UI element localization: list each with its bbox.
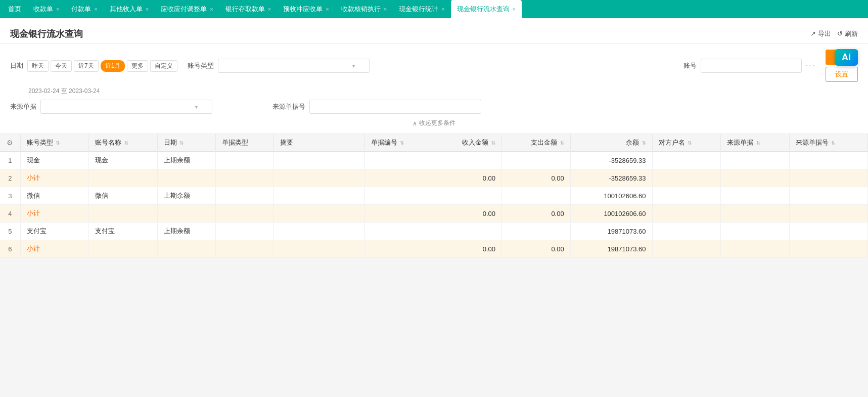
page-header: 现金银行流水查询 ↗ 导出 ↺ 刷新 — [0, 18, 868, 43]
nav-tab-label-7: 现金银行统计 — [399, 5, 438, 14]
cell-doc-type-0 — [215, 152, 273, 169]
nav-tab-label-0: 收款单 — [33, 5, 53, 14]
col-summary[interactable]: 摘要 — [274, 134, 365, 152]
page-title: 现金银行流水查询 — [10, 28, 83, 40]
col-expense-label: 支出金额 — [531, 139, 557, 146]
col-account-type[interactable]: 账号类型 ⇅ — [20, 134, 89, 152]
col-source-doc-no[interactable]: 来源单据号 ⇅ — [789, 134, 867, 152]
nav-tab-label-5: 预收冲应收单 — [283, 5, 323, 14]
nav-tab-close-1[interactable]: × — [94, 6, 97, 12]
cell-source-doc-2 — [721, 187, 790, 205]
nav-tab-close-6[interactable]: × — [384, 6, 387, 12]
table-container: ⚙ 账号类型 ⇅ 账号名称 ⇅ 日期 ⇅ 单据类型 摘要 — [0, 134, 868, 258]
col-doc-no-label: 单据编号 — [371, 139, 397, 146]
nav-home[interactable]: 首页 — [2, 0, 27, 18]
filter-row-1: 日期 昨天 今天 近7天 近1月 更多 自定义 账号类型 ▾ 账号 ··· — [10, 50, 858, 82]
col-counterpart[interactable]: 对方户名 ⇅ — [652, 134, 721, 152]
nav-tab-close-7[interactable]: × — [441, 6, 444, 12]
source-doc-no-input[interactable] — [309, 100, 481, 114]
source-doc-select[interactable]: ▾ — [40, 100, 212, 114]
account-input[interactable] — [701, 59, 802, 73]
nav-tab-label-3: 应收应付调整单 — [161, 5, 207, 14]
table-row: 3 微信 微信 上期余额 100102606.60 — [0, 187, 868, 205]
date-range-display: 2023-02-24 至 2023-03-24 — [28, 87, 858, 96]
date-range-text: 2023-02-24 至 2023-03-24 — [28, 87, 100, 95]
sort-balance-icon: ⇅ — [642, 140, 646, 146]
col-account-name[interactable]: 账号名称 ⇅ — [89, 134, 158, 152]
cell-index-0: 1 — [0, 152, 20, 169]
cell-summary-0 — [274, 152, 365, 169]
cell-balance-0: -3528659.33 — [570, 152, 652, 169]
nav-tab-label-4: 银行存取款单 — [225, 5, 265, 14]
refresh-button[interactable]: ↺ 刷新 — [837, 29, 858, 38]
cell-doc-no-2 — [364, 187, 433, 205]
source-doc-no-label: 来源单据号 — [272, 102, 305, 111]
table-body: 1 现金 现金 上期余额 -3528659.33 2 小计 0.00 0.00 … — [0, 152, 868, 258]
date-btn-yesterday[interactable]: 昨天 — [27, 60, 49, 72]
account-type-chevron: ▾ — [352, 63, 355, 69]
date-label: 日期 — [10, 61, 23, 70]
nav-tab-1[interactable]: 付款单 × — [65, 0, 103, 18]
cell-doc-no-3 — [364, 205, 433, 223]
nav-tab-close-4[interactable]: × — [268, 6, 271, 12]
cell-index-4: 5 — [0, 223, 20, 240]
nav-tab-close-3[interactable]: × — [210, 6, 213, 12]
table-row: 2 小计 0.00 0.00 -3528659.33 — [0, 169, 868, 187]
cell-date-2: 上期余额 — [157, 187, 215, 205]
col-date[interactable]: 日期 ⇅ — [157, 134, 215, 152]
cell-date-0: 上期余额 — [157, 152, 215, 169]
nav-tab-close-8[interactable]: × — [513, 6, 516, 12]
cell-source-doc-4 — [721, 223, 790, 240]
col-expense[interactable]: 支出金额 ⇅ — [502, 134, 571, 152]
nav-tab-0[interactable]: 收款单 × — [27, 0, 65, 18]
cell-source-doc-no-3 — [789, 205, 867, 223]
col-doc-type[interactable]: 单据类型 — [215, 134, 273, 152]
account-type-filter: 账号类型 ▾ — [188, 59, 673, 73]
collapse-up-icon: ∧ — [413, 120, 417, 127]
nav-tab-3[interactable]: 应收应付调整单 × — [155, 0, 219, 18]
date-btn-more[interactable]: 更多 — [127, 60, 148, 72]
account-dots-button[interactable]: ··· — [806, 61, 815, 70]
table-header-row: ⚙ 账号类型 ⇅ 账号名称 ⇅ 日期 ⇅ 单据类型 摘要 — [0, 134, 868, 152]
cell-source-doc-no-2 — [789, 187, 867, 205]
nav-tab-6[interactable]: 收款核销执行 × — [335, 0, 393, 18]
nav-tab-5[interactable]: 预收冲应收单 × — [277, 0, 335, 18]
col-account-type-label: 账号类型 — [27, 139, 53, 146]
cell-expense-3: 0.00 — [502, 205, 571, 223]
col-income[interactable]: 收入金额 ⇅ — [433, 134, 502, 152]
col-doc-no[interactable]: 单据编号 ⇅ — [364, 134, 433, 152]
nav-tab-label-6: 收款核销执行 — [341, 5, 381, 14]
ai-badge[interactable]: Ai — [835, 49, 858, 66]
data-table: ⚙ 账号类型 ⇅ 账号名称 ⇅ 日期 ⇅ 单据类型 摘要 — [0, 134, 868, 258]
collapse-bar[interactable]: ∧ 收起更多条件 — [10, 119, 858, 127]
nav-tab-close-5[interactable]: × — [326, 6, 329, 12]
nav-tab-7[interactable]: 现金银行统计 × — [393, 0, 450, 18]
cell-doc-type-2 — [215, 187, 273, 205]
nav-tab-close-0[interactable]: × — [56, 6, 59, 12]
cell-income-3: 0.00 — [433, 205, 502, 223]
col-balance[interactable]: 余额 ⇅ — [570, 134, 652, 152]
nav-home-label: 首页 — [8, 5, 21, 14]
account-type-select[interactable]: ▾ — [218, 59, 370, 73]
date-btn-7days[interactable]: 近7天 — [74, 60, 99, 72]
nav-tab-close-2[interactable]: × — [146, 6, 149, 12]
nav-tab-2[interactable]: 其他收入单 × — [104, 0, 155, 18]
cell-expense-2 — [502, 187, 571, 205]
export-button[interactable]: ↗ 导出 — [810, 29, 831, 38]
col-gear[interactable]: ⚙ — [0, 134, 20, 152]
date-btn-today[interactable]: 今天 — [51, 60, 72, 72]
date-btn-1month[interactable]: 近1月 — [101, 60, 125, 72]
cell-account-name-2: 微信 — [89, 187, 158, 205]
cell-balance-5: 19871073.60 — [570, 240, 652, 258]
nav-tab-label-1: 付款单 — [71, 5, 91, 14]
cell-summary-1 — [274, 169, 365, 187]
nav-tab-8[interactable]: 现金银行流水查询 × — [451, 0, 522, 18]
date-btn-custom[interactable]: 自定义 — [150, 60, 177, 72]
col-source-doc[interactable]: 来源单据 ⇅ — [721, 134, 790, 152]
settings-button[interactable]: 设置 — [826, 67, 858, 82]
cell-balance-4: 19871073.60 — [570, 223, 652, 240]
nav-tab-4[interactable]: 银行存取款单 × — [219, 0, 277, 18]
gear-icon[interactable]: ⚙ — [7, 139, 13, 147]
sort-doc-no-icon: ⇅ — [400, 140, 404, 146]
cell-account-name-3 — [89, 205, 158, 223]
